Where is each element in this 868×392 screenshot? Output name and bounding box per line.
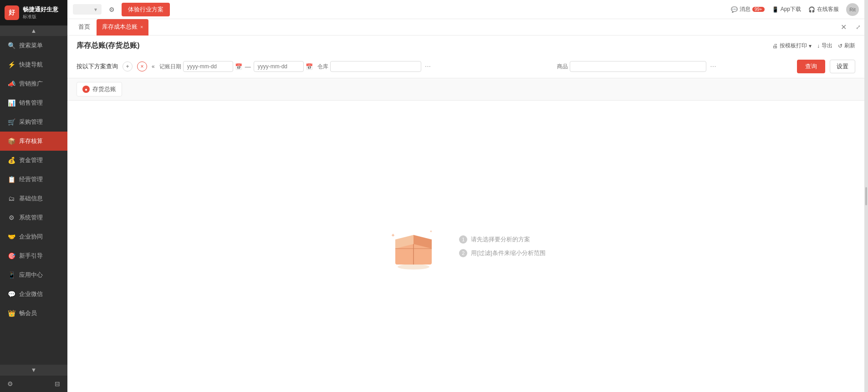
app-download-button[interactable]: 📱 App下载 — [772, 5, 801, 13]
export-button[interactable]: ↓ 导出 — [817, 42, 832, 50]
sidebar-item-member[interactable]: 👑 畅会员 — [0, 304, 67, 323]
sidebar-item-purchase[interactable]: 🛒 采购管理 — [0, 112, 67, 132]
topbar-left: ▾ ⚙ 体验行业方案 — [73, 3, 727, 16]
logo-badge: 标准版 — [23, 14, 58, 20]
sidebar: 好 畅捷通好生意 标准版 ▲ 🔍 搜索菜单 ⚡ 快捷导航 📣 营销推广 📊 销售… — [0, 0, 67, 392]
warehouse-more-icon[interactable]: ··· — [423, 62, 433, 71]
hint-item-1: 1 请先选择要分析的方案 — [459, 235, 545, 244]
message-button[interactable]: 💬 消息 99+ — [731, 5, 765, 13]
panel-close-button[interactable]: ✕ — [835, 19, 852, 36]
headset-icon: 🎧 — [808, 6, 815, 13]
gear-button[interactable]: ⚙ — [105, 3, 118, 16]
sidebar-item-label: 搜索菜单 — [19, 41, 43, 50]
wechat-icon: 💬 — [7, 290, 15, 298]
collapse-sidebar-icon[interactable]: ⊟ — [55, 380, 60, 387]
product-more-icon[interactable]: ··· — [708, 62, 718, 71]
sidebar-item-label: 营销推广 — [19, 80, 43, 88]
message-icon: 💬 — [731, 6, 738, 13]
empty-hints: 1 请先选择要分析的方案 2 用[过滤]条件来缩小分析范围 — [459, 235, 545, 257]
sidebar-item-quick-nav[interactable]: ⚡ 快捷导航 — [0, 55, 67, 74]
sidebar-item-label: 企业协同 — [19, 233, 43, 241]
warehouse-input[interactable] — [330, 61, 421, 72]
sidebar-nav: 🔍 搜索菜单 ⚡ 快捷导航 📣 营销推广 📊 销售管理 🛒 采购管理 📦 库存核… — [0, 36, 67, 365]
filter-add-button[interactable]: + — [123, 61, 133, 71]
sidebar-item-label: 经营管理 — [19, 175, 43, 183]
sidebar-item-label: 快捷导航 — [19, 61, 43, 69]
calendar-to-icon[interactable]: 📅 — [306, 63, 313, 70]
sidebar-item-system[interactable]: ⚙ 系统管理 — [0, 208, 67, 227]
settings-button[interactable]: 设置 — [830, 60, 855, 73]
sidebar-item-label: 系统管理 — [19, 214, 43, 222]
sidebar-item-label: 库存核算 — [19, 137, 43, 145]
date-to-input[interactable] — [254, 61, 304, 72]
breadcrumb-text — [77, 6, 92, 13]
sidebar-item-cooperation[interactable]: 🤝 企业协同 — [0, 227, 67, 246]
sidebar-item-sales[interactable]: 📊 销售管理 — [0, 93, 67, 112]
tab-home[interactable]: 首页 — [72, 19, 97, 36]
sidebar-item-search[interactable]: 🔍 搜索菜单 — [0, 36, 67, 55]
sidebar-item-basic[interactable]: 🗂 基础信息 — [0, 189, 67, 208]
sub-nav-item-inventory-ledger[interactable]: ● 存货总账 — [77, 82, 122, 97]
sidebar-item-label: 企业微信 — [19, 290, 43, 298]
hint-num-2: 2 — [459, 249, 467, 257]
query-button[interactable]: 查询 — [797, 60, 825, 73]
filter-label: 按以下方案查询 — [77, 62, 118, 71]
tab-active-label: 库存成本总账 — [102, 23, 138, 31]
inventory-icon: 📦 — [7, 137, 15, 145]
page-actions: 🖨 按模板打印 ▾ ↓ 导出 ↺ 刷新 — [772, 42, 855, 50]
sidebar-item-inventory[interactable]: 📦 库存核算 — [0, 132, 67, 151]
warehouse-label: 仓库 — [317, 63, 328, 71]
filter-collapse-button[interactable]: « — [152, 63, 155, 70]
print-button[interactable]: 🖨 按模板打印 ▾ — [772, 42, 812, 50]
panel-expand-button[interactable]: ⤢ — [852, 24, 864, 31]
date-separator: — — [245, 63, 251, 70]
basic-icon: 🗂 — [7, 195, 15, 202]
date-field: 记账日期 📅 — 📅 — [159, 61, 313, 72]
right-panel-handle[interactable] — [864, 0, 868, 392]
sidebar-item-apps[interactable]: 📱 应用中心 — [0, 265, 67, 285]
avatar: Rit — [846, 3, 859, 16]
logo-icon: 好 — [5, 5, 19, 20]
export-label: 导出 — [822, 42, 832, 50]
sidebar-item-label: 资金管理 — [19, 156, 43, 164]
sidebar-item-label: 应用中心 — [19, 271, 43, 279]
tab-close-icon[interactable]: × — [140, 24, 143, 30]
message-badge: 99+ — [752, 7, 765, 12]
date-from-input[interactable] — [183, 61, 233, 72]
app-icon: 📱 — [772, 6, 779, 13]
sidebar-item-finance[interactable]: 💰 资金管理 — [0, 151, 67, 170]
operation-icon: 📋 — [7, 176, 15, 183]
sidebar-scroll-down[interactable]: ▼ — [0, 365, 67, 375]
sidebar-item-guide[interactable]: 🎯 新手引导 — [0, 246, 67, 265]
filter-clear-button[interactable]: × — [137, 61, 147, 71]
sidebar-item-marketing[interactable]: 📣 营销推广 — [0, 74, 67, 93]
calendar-from-icon[interactable]: 📅 — [235, 63, 242, 70]
sidebar-item-operation[interactable]: 📋 经营管理 — [0, 170, 67, 189]
empty-illustration: ✦ ✦ — [386, 219, 441, 274]
tab-inventory-ledger[interactable]: 库存成本总账 × — [97, 19, 148, 36]
sidebar-item-label: 畅会员 — [19, 309, 37, 317]
print-label: 按模板打印 — [780, 42, 807, 50]
industry-button[interactable]: 体验行业方案 — [122, 3, 170, 16]
tabbar: 首页 库存成本总账 × ✕ ⤢ — [67, 19, 864, 36]
svg-point-0 — [398, 264, 429, 270]
logo-main-text: 畅捷通好生意 — [23, 5, 58, 14]
user-menu[interactable]: Rit — [846, 3, 859, 16]
empty-state: ✦ ✦ 1 请先选择要分析的方案 2 用[过滤]条件来缩小分析范围 — [67, 101, 864, 392]
sidebar-scroll-up[interactable]: ▲ — [0, 25, 67, 36]
product-input[interactable] — [570, 61, 706, 72]
cooperation-icon: 🤝 — [7, 233, 15, 240]
search-icon: 🔍 — [7, 42, 15, 49]
refresh-button[interactable]: ↺ 刷新 — [838, 42, 855, 50]
product-label: 商品 — [557, 63, 568, 71]
sub-nav-label: 存货总账 — [92, 85, 116, 93]
sidebar-item-wechat[interactable]: 💬 企业微信 — [0, 285, 67, 304]
date-label: 记账日期 — [159, 63, 181, 71]
hint-item-2: 2 用[过滤]条件来缩小分析范围 — [459, 249, 545, 257]
sidebar-item-label: 基础信息 — [19, 194, 43, 203]
settings-icon[interactable]: ⚙ — [7, 380, 13, 387]
breadcrumb[interactable]: ▾ — [73, 4, 102, 15]
support-button[interactable]: 🎧 在线客服 — [808, 5, 839, 13]
sidebar-bottom: ⚙ ⊟ — [0, 375, 67, 392]
marketing-icon: 📣 — [7, 80, 15, 87]
